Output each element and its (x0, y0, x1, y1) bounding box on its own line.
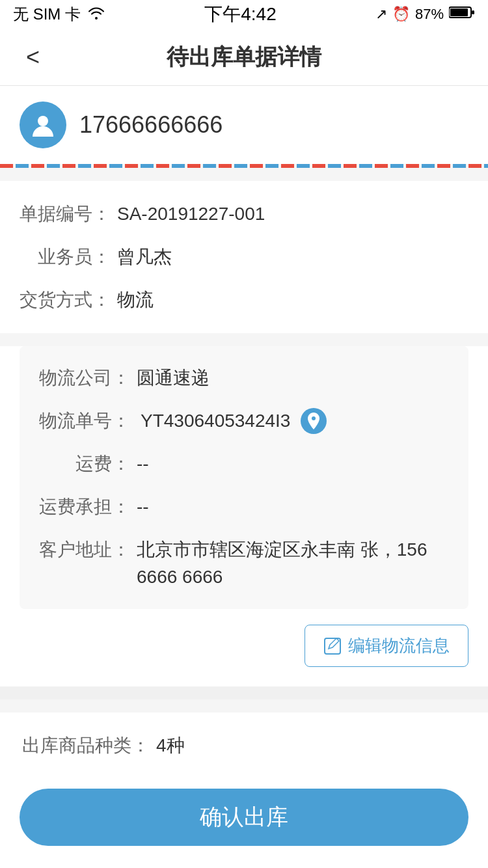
page-title: 待出库单据详情 (167, 42, 321, 72)
logistics-company-label: 物流公司： (39, 364, 130, 392)
separator (0, 686, 488, 699)
avatar (20, 102, 66, 148)
svg-point-3 (38, 116, 48, 126)
tracking-row: 物流单号： YT43064053424I3 (39, 407, 449, 435)
address-row: 客户地址： 北京市市辖区海淀区永丰南 张，156 6666 6666 (39, 536, 449, 591)
freight-row: 运费： -- (39, 450, 449, 478)
sales-rep-label: 业务员： (20, 243, 111, 271)
order-number-row: 单据编号： SA-20191227-001 (20, 200, 468, 228)
logistics-section: 物流公司： 圆通速递 物流单号： YT43064053424I3 运费： -- … (0, 346, 488, 686)
edit-logistics-area: 编辑物流信息 (20, 625, 468, 667)
time-display: 下午4:42 (204, 2, 277, 27)
sales-rep-value: 曾凡杰 (117, 243, 468, 271)
freight-value: -- (137, 450, 449, 478)
location-icon: ↗ (375, 6, 387, 23)
status-right: ↗ ⏰ 87% (375, 6, 475, 23)
tracking-value: YT43064053424I3 (141, 407, 290, 435)
svg-point-4 (312, 416, 316, 420)
nav-bar: < 待出库单据详情 (0, 29, 488, 86)
edit-logistics-label: 编辑物流信息 (348, 634, 450, 657)
freight-bearer-value: -- (137, 493, 449, 521)
confirm-area: 确认出库 (0, 776, 488, 868)
customer-phone: 17666666666 (79, 111, 223, 139)
confirm-button[interactable]: 确认出库 (20, 789, 468, 846)
delivery-method-label: 交货方式： (20, 286, 111, 314)
back-button[interactable]: < (20, 37, 46, 77)
order-info-section: 单据编号： SA-20191227-001 业务员： 曾凡杰 交货方式： 物流 (0, 181, 488, 333)
logistics-company-row: 物流公司： 圆通速递 (39, 364, 449, 392)
delivery-method-value: 物流 (117, 286, 468, 314)
order-number-value: SA-20191227-001 (117, 200, 468, 228)
svg-rect-2 (472, 10, 474, 14)
battery-label: 87% (415, 6, 444, 23)
sales-rep-row: 业务员： 曾凡杰 (20, 243, 468, 271)
battery-icon (449, 6, 475, 23)
location-icon[interactable] (301, 408, 327, 434)
svg-rect-1 (450, 8, 468, 16)
address-value: 北京市市辖区海淀区永丰南 张，156 6666 6666 (137, 536, 449, 591)
logistics-company-value: 圆通速递 (137, 364, 449, 392)
svg-rect-5 (325, 638, 340, 654)
dashed-divider (0, 164, 488, 168)
order-number-label: 单据编号： (20, 200, 111, 228)
freight-bearer-label: 运费承担： (39, 493, 130, 521)
alarm-icon: ⏰ (392, 6, 410, 23)
wifi-icon (87, 5, 105, 23)
address-label: 客户地址： (39, 536, 130, 563)
goods-types-value: 4种 (156, 732, 468, 759)
edit-logistics-button[interactable]: 编辑物流信息 (305, 625, 468, 667)
carrier-label: 无 SIM 卡 (13, 4, 81, 25)
tracking-label: 物流单号： (39, 407, 130, 435)
freight-bearer-row: 运费承担： -- (39, 493, 449, 521)
status-left: 无 SIM 卡 (13, 4, 105, 25)
customer-header: 17666666666 (0, 86, 488, 164)
status-bar: 无 SIM 卡 下午4:42 ↗ ⏰ 87% (0, 0, 488, 29)
goods-types-label: 出库商品种类： (20, 732, 150, 759)
logistics-card: 物流公司： 圆通速递 物流单号： YT43064053424I3 运费： -- … (20, 346, 468, 609)
goods-types-row: 出库商品种类： 4种 (20, 732, 468, 759)
delivery-method-row: 交货方式： 物流 (20, 286, 468, 314)
freight-label: 运费： (39, 450, 130, 478)
